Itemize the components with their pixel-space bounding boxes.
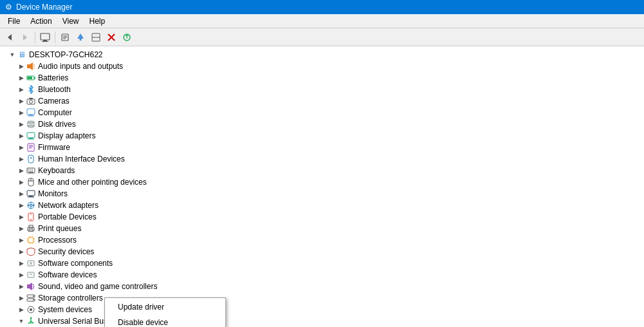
- menu-help[interactable]: Help: [84, 15, 111, 27]
- svg-rect-27: [27, 109, 35, 115]
- display-expand-icon[interactable]: ▶: [17, 131, 26, 140]
- batteries-expand-icon[interactable]: ▶: [17, 73, 26, 82]
- toolbar: [0, 28, 644, 46]
- svg-rect-78: [27, 285, 29, 288]
- tree-item-system[interactable]: ▶ System devices: [3, 304, 644, 315]
- disk-label: Disk drives: [38, 120, 76, 129]
- tree-item-disk[interactable]: ▶ Disk drives: [3, 118, 644, 130]
- tree-item-monitors[interactable]: ▶ Monitors: [3, 188, 644, 200]
- svg-rect-76: [28, 272, 34, 277]
- context-menu-disable-device[interactable]: Disable device: [105, 315, 225, 327]
- storage-icon: [26, 293, 36, 303]
- bluetooth-label: Bluetooth: [38, 85, 71, 94]
- toolbar-sep-1: [35, 32, 35, 43]
- firmware-expand-icon[interactable]: ▶: [17, 143, 26, 152]
- monitors-expand-icon[interactable]: ▶: [17, 189, 26, 198]
- tree-item-usb[interactable]: ▼ Universal Serial Bus controllers: [3, 315, 644, 327]
- tree-item-hid[interactable]: ▶ Human Interface Devices: [3, 153, 644, 165]
- print-expand-icon[interactable]: ▶: [17, 224, 26, 233]
- svg-rect-64: [28, 238, 33, 243]
- computer-expand-icon[interactable]: ▶: [17, 108, 26, 117]
- keyboards-expand-icon[interactable]: ▶: [17, 166, 26, 175]
- tree-item-software-comp[interactable]: ▶ Software components: [3, 257, 644, 269]
- tree-item-firmware[interactable]: ▶ Firmware: [3, 142, 644, 153]
- title-bar-icon: ⚙: [5, 3, 12, 12]
- system-expand-icon[interactable]: ▶: [17, 305, 26, 314]
- context-menu-update-driver[interactable]: Update driver: [105, 299, 225, 315]
- sound-icon: [26, 281, 36, 292]
- tree-item-mice[interactable]: ▶ Mice and other pointing devices: [3, 176, 644, 188]
- svg-marker-0: [8, 34, 12, 41]
- tree-item-network[interactable]: ▶ Network adapters: [3, 200, 644, 211]
- menu-bar: File Action View Help: [0, 14, 644, 28]
- svg-rect-3: [43, 40, 47, 41]
- tree-item-batteries[interactable]: ▶ Batteries: [3, 72, 644, 84]
- computer-label: Computer: [38, 108, 72, 117]
- menu-view[interactable]: View: [57, 15, 84, 27]
- separator-btn: [89, 30, 103, 44]
- help-icon: [91, 33, 100, 42]
- computer-tree-icon: [26, 107, 36, 118]
- mice-icon: [26, 177, 36, 187]
- usb-icon: [26, 316, 36, 326]
- tree-item-bluetooth[interactable]: ▶ Bluetooth: [3, 84, 644, 95]
- svg-rect-4: [42, 41, 48, 42]
- sound-expand-icon[interactable]: ▶: [17, 282, 26, 291]
- bluetooth-expand-icon[interactable]: ▶: [17, 85, 26, 94]
- toolbar-sep-2: [55, 32, 55, 43]
- update-driver-icon: [76, 33, 85, 42]
- uninstall-button[interactable]: [104, 30, 118, 44]
- tree-item-computer[interactable]: ▶ Computer: [3, 107, 644, 118]
- computer-icon: [40, 33, 50, 42]
- tree-item-storage[interactable]: ▶ Storage controllers: [3, 292, 644, 304]
- portable-label: Portable Devices: [38, 212, 97, 221]
- svg-rect-35: [28, 139, 34, 140]
- software-comp-icon: [26, 258, 36, 268]
- scan-button[interactable]: [120, 30, 134, 44]
- monitors-icon: [26, 189, 36, 199]
- tree-item-processors[interactable]: ▶ Processors: [3, 234, 644, 246]
- network-expand-icon[interactable]: ▶: [17, 201, 26, 210]
- storage-expand-icon[interactable]: ▶: [17, 294, 26, 303]
- software-dev-icon: [26, 270, 36, 280]
- mice-expand-icon[interactable]: ▶: [17, 178, 26, 187]
- root-expand-icon[interactable]: ▼: [8, 50, 17, 59]
- computer-button[interactable]: [38, 30, 52, 44]
- software-comp-expand-icon[interactable]: ▶: [17, 259, 26, 268]
- software-dev-label: Software devices: [38, 270, 97, 279]
- svg-marker-79: [29, 283, 32, 290]
- back-button[interactable]: [3, 30, 17, 44]
- menu-file[interactable]: File: [3, 15, 25, 27]
- tree-item-security[interactable]: ▶ Security devices: [3, 246, 644, 257]
- tree-item-display[interactable]: ▶ Display adapters: [3, 130, 644, 142]
- tree-item-print[interactable]: ▶ Print queues: [3, 223, 644, 234]
- menu-action[interactable]: Action: [25, 15, 57, 27]
- main-content[interactable]: ▼ 🖥 DESKTOP-7GCH622 ▶ Audio inputs and o…: [0, 46, 644, 327]
- forward-button[interactable]: [18, 30, 32, 44]
- processors-icon: [26, 235, 36, 245]
- tree-item-sound[interactable]: ▶ Sound, video and game controllers: [3, 281, 644, 292]
- portable-expand-icon[interactable]: ▶: [17, 212, 26, 221]
- svg-point-85: [30, 308, 32, 311]
- tree-item-portable[interactable]: ▶ Portable Devices: [3, 211, 644, 223]
- software-dev-expand-icon[interactable]: ▶: [17, 270, 26, 279]
- disk-expand-icon[interactable]: ▶: [17, 120, 26, 129]
- tree-item-audio[interactable]: ▶ Audio inputs and outputs: [3, 61, 644, 72]
- svg-point-60: [30, 219, 32, 220]
- tree-item-software-dev[interactable]: ▶ Software devices: [3, 269, 644, 281]
- update-driver-button[interactable]: [73, 30, 88, 44]
- hid-label: Human Interface Devices: [38, 154, 125, 164]
- cameras-expand-icon[interactable]: ▶: [17, 97, 26, 106]
- tree-item-cameras[interactable]: ▶ Cameras: [3, 95, 644, 107]
- properties-button[interactable]: [58, 30, 72, 44]
- hid-expand-icon[interactable]: ▶: [17, 154, 26, 164]
- svg-point-82: [33, 295, 34, 297]
- svg-rect-23: [28, 77, 32, 79]
- usb-expand-icon[interactable]: ▼: [17, 317, 26, 326]
- tree-root-node[interactable]: ▼ 🖥 DESKTOP-7GCH622: [3, 49, 644, 61]
- hid-icon: [26, 154, 36, 164]
- tree-item-keyboards[interactable]: ▶ Keyboards: [3, 165, 644, 176]
- audio-expand-icon[interactable]: ▶: [17, 62, 26, 71]
- processors-expand-icon[interactable]: ▶: [17, 236, 26, 245]
- security-expand-icon[interactable]: ▶: [17, 247, 26, 256]
